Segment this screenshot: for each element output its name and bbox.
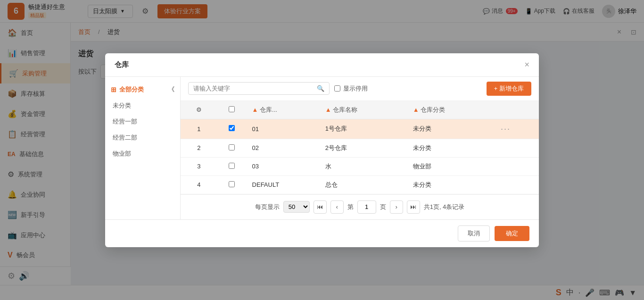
modal-title: 仓库 <box>115 60 129 69</box>
modal-close-button[interactable]: × <box>524 60 529 70</box>
row-num: 1 <box>181 119 217 139</box>
show-disabled-checkbox[interactable] <box>334 85 340 92</box>
search-icon[interactable]: 🔍 <box>317 85 324 92</box>
modal-header: 仓库 × <box>105 53 539 77</box>
row-checkbox[interactable] <box>229 163 235 169</box>
per-page-label: 每页显示 <box>255 203 280 211</box>
table-header-row: ⚙ ▲ 仓库... ▲ <box>181 101 539 119</box>
page-label: 第 <box>347 203 354 211</box>
row-num: 3 <box>181 157 217 175</box>
last-page-button[interactable]: ⏭ <box>407 200 420 214</box>
row-actions <box>495 157 539 175</box>
row-checkbox-cell <box>217 139 247 157</box>
page-suffix: 页 <box>380 203 386 211</box>
row-name: 2号仓库 <box>320 139 407 157</box>
row-checkbox-cell <box>217 157 247 175</box>
row-code: 01 <box>247 119 320 139</box>
table-row: 2 02 2号仓库 未分类 <box>181 139 539 157</box>
category-item-uncategorized[interactable]: 未分类 <box>105 98 180 114</box>
page-number-input[interactable] <box>357 200 376 214</box>
category-item-dept1[interactable]: 经营一部 <box>105 114 180 130</box>
settings-th-icon: ⚙ <box>196 106 202 113</box>
search-input-wrap: 🔍 <box>188 82 330 95</box>
table-row: 1 01 1号仓库 未分类 ··· <box>181 119 539 139</box>
data-table: ⚙ ▲ 仓库... ▲ <box>181 101 539 194</box>
row-code: 02 <box>247 139 320 157</box>
category-all-label: 全部分类 <box>119 85 144 94</box>
modal-body: ⊞ 全部分类 《 未分类 经营一部 经营二部 物业部 <box>105 77 539 219</box>
warehouse-table: ⚙ ▲ 仓库... ▲ <box>181 101 539 194</box>
th-name: ▲ 仓库名称 <box>320 101 407 119</box>
th-checkbox <box>217 101 247 119</box>
row-name: 水 <box>320 157 407 175</box>
first-page-button[interactable]: ⏮ <box>314 200 327 214</box>
row-checkbox[interactable] <box>229 144 235 150</box>
row-code: 03 <box>247 157 320 175</box>
row-category: 未分类 <box>407 139 495 157</box>
modal-toolbar: 🔍 显示停用 + 新增仓库 <box>181 77 539 101</box>
total-info: 共1页, 4条记录 <box>424 203 465 211</box>
row-code: DEFAULT <box>247 175 320 194</box>
th-code: ▲ 仓库... <box>247 101 320 119</box>
table-row: 4 DEFAULT 总仓 未分类 <box>181 175 539 194</box>
row-category: 未分类 <box>407 119 495 139</box>
category-item-property[interactable]: 物业部 <box>105 146 180 162</box>
row-checkbox-cell <box>217 175 247 194</box>
row-num: 4 <box>181 175 217 194</box>
table-row: 3 03 水 物业部 <box>181 157 539 175</box>
row-checkbox-cell <box>217 119 247 139</box>
row-category: 未分类 <box>407 175 495 194</box>
cancel-button[interactable]: 取消 <box>458 225 490 242</box>
th-actions <box>495 101 539 119</box>
modal-overlay: 仓库 × ⊞ 全部分类 《 未分类 经营一部 经营二部 <box>0 0 644 300</box>
row-checkbox[interactable] <box>229 181 235 187</box>
row-name: 总仓 <box>320 175 407 194</box>
next-page-button[interactable]: › <box>390 200 403 214</box>
th-settings: ⚙ <box>181 101 217 119</box>
row-actions <box>495 139 539 157</box>
row-category: 物业部 <box>407 157 495 175</box>
category-item-dept2[interactable]: 经营二部 <box>105 130 180 146</box>
modal-category-sidebar: ⊞ 全部分类 《 未分类 经营一部 经营二部 物业部 <box>105 77 181 219</box>
category-header[interactable]: ⊞ 全部分类 《 <box>105 82 180 98</box>
pagination: 每页显示 50 20 100 ⏮ ‹ 第 页 › ⏭ 共1页, 4条记录 <box>181 194 539 219</box>
warehouse-modal: 仓库 × ⊞ 全部分类 《 未分类 经营一部 经营二部 <box>105 53 539 247</box>
row-actions: ··· <box>495 119 539 139</box>
modal-footer: 取消 确定 <box>105 219 539 247</box>
row-num: 2 <box>181 139 217 157</box>
per-page-select[interactable]: 50 20 100 <box>283 201 310 213</box>
prev-page-button[interactable]: ‹ <box>330 200 344 214</box>
modal-main: 🔍 显示停用 + 新增仓库 ⚙ <box>181 77 539 219</box>
grid-icon: ⊞ <box>111 86 116 93</box>
new-warehouse-button[interactable]: + 新增仓库 <box>487 82 531 96</box>
row-actions <box>495 175 539 194</box>
th-category: ▲ 仓库分类 <box>407 101 495 119</box>
show-disabled-label[interactable]: 显示停用 <box>334 84 368 93</box>
confirm-button[interactable]: 确定 <box>495 226 529 241</box>
select-all-checkbox[interactable] <box>229 106 235 112</box>
collapse-icon[interactable]: 《 <box>168 85 174 94</box>
row-name: 1号仓库 <box>320 119 407 139</box>
search-input[interactable] <box>193 85 317 92</box>
row-action-dots[interactable]: ··· <box>501 124 511 133</box>
row-checkbox[interactable] <box>229 125 235 131</box>
